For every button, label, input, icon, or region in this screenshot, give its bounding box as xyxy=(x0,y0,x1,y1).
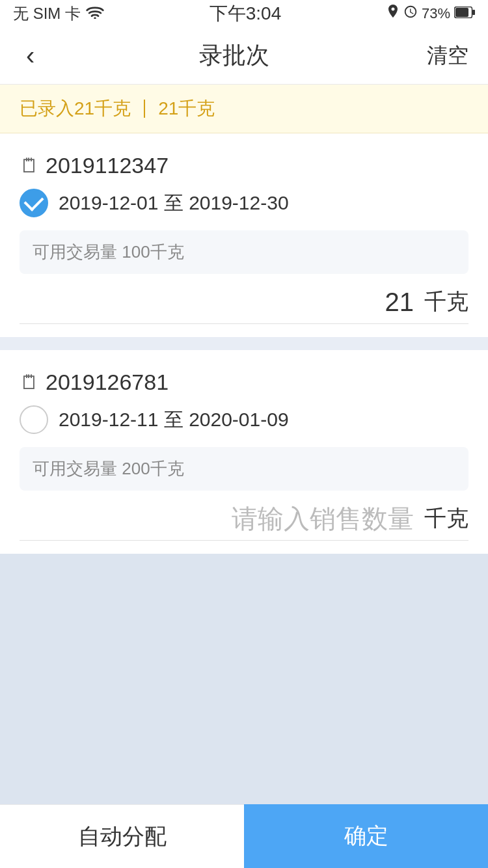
batch-1-date-row: 2019-12-01 至 2019-12-30 xyxy=(20,189,468,217)
batch-item-1: 🗒 2019112347 2019-12-01 至 2019-12-30 可用交… xyxy=(0,133,488,274)
status-right: 73% xyxy=(386,5,475,23)
sim-label: 无 SIM 卡 xyxy=(13,3,81,24)
nav-bar: ‹ 录批次 清空 xyxy=(0,27,488,85)
batch-2-input-row: 千克 xyxy=(0,491,488,534)
alarm-icon xyxy=(403,5,418,23)
batch-2-unit: 千克 xyxy=(424,504,468,534)
recorded-amount: 21千克 xyxy=(158,96,215,121)
status-bar: 无 SIM 卡 下午3:04 73% xyxy=(0,0,488,27)
svg-point-0 xyxy=(94,17,96,19)
info-bar: 已录入21千克 21千克 xyxy=(0,85,488,133)
battery-icon xyxy=(454,5,475,22)
nav-title: 录批次 xyxy=(199,40,269,72)
batch-2-date-row: 2019-12-11 至 2020-01-09 xyxy=(20,405,468,434)
batch-1-unit: 千克 xyxy=(424,287,468,317)
status-left: 无 SIM 卡 xyxy=(13,3,104,24)
info-divider xyxy=(144,100,145,118)
batch-2-number: 2019126781 xyxy=(46,370,169,395)
separator xyxy=(0,337,488,350)
batch-2-input-line xyxy=(20,540,468,541)
batch-2-input-container: 千克 xyxy=(0,491,488,554)
svg-rect-3 xyxy=(455,8,468,17)
status-time: 下午3:04 xyxy=(210,1,282,26)
batch-2-icon: 🗒 xyxy=(20,372,39,394)
batch-1-number: 2019112347 xyxy=(46,153,169,178)
batch-2-radio[interactable] xyxy=(20,405,48,434)
recorded-label: 已录入21千克 xyxy=(20,96,131,121)
batch-2-date: 2019-12-11 至 2020-01-09 xyxy=(59,407,289,433)
batch-1-amount-container: 21 千克 xyxy=(0,274,488,337)
wifi-icon xyxy=(86,5,104,23)
location-icon xyxy=(386,5,400,23)
batch-1-header: 🗒 2019112347 xyxy=(20,153,468,178)
batch-1-amount-row: 21 千克 xyxy=(0,274,488,317)
battery-percent: 73% xyxy=(422,5,450,22)
batch-1-available: 可用交易量 100千克 xyxy=(20,230,468,274)
batch-1-date: 2019-12-01 至 2019-12-30 xyxy=(59,190,289,217)
batch-2-available: 可用交易量 200千克 xyxy=(20,447,468,491)
batch-2-quantity-input[interactable] xyxy=(219,504,414,534)
batch-item-2: 🗒 2019126781 2019-12-11 至 2020-01-09 可用交… xyxy=(0,350,488,491)
batch-1-icon: 🗒 xyxy=(20,155,39,177)
confirm-button[interactable]: 确定 xyxy=(244,804,488,868)
auto-distribute-button[interactable]: 自动分配 xyxy=(0,804,244,868)
svg-rect-2 xyxy=(472,10,475,15)
batch-1-amount-value: 21 xyxy=(385,288,414,317)
batch-2-header: 🗒 2019126781 xyxy=(20,370,468,395)
back-button[interactable]: ‹ xyxy=(20,34,41,77)
batch-1-amount-line xyxy=(20,323,468,324)
batch-1-radio[interactable] xyxy=(20,189,48,217)
clear-button[interactable]: 清空 xyxy=(427,42,468,70)
bottom-bar: 自动分配 确定 xyxy=(0,804,488,868)
